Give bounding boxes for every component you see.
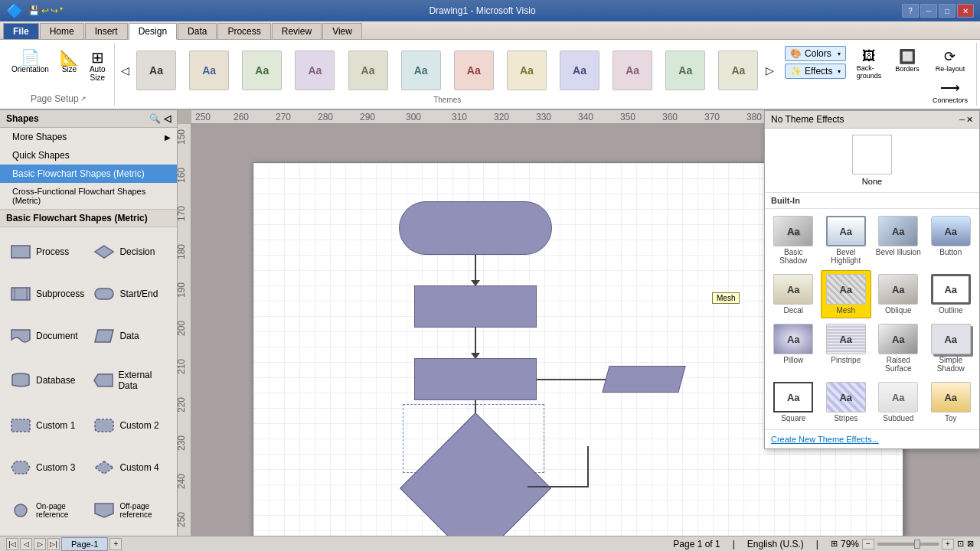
effect-item-pillow[interactable]: Aa Pillow	[768, 320, 819, 377]
effect-item-mesh[interactable]: Aa Mesh	[821, 270, 872, 318]
colors-button[interactable]: 🎨 Colors ▾	[785, 46, 846, 61]
effect-item-button[interactable]: Aa Button	[926, 212, 977, 269]
zoom-thumb[interactable]	[914, 540, 920, 549]
shape-process-2[interactable]	[414, 358, 537, 400]
theme-item-3[interactable]: Aa	[289, 48, 341, 93]
help-button[interactable]: ?	[902, 4, 919, 18]
theme-item-0[interactable]: Aa	[131, 48, 182, 93]
tab-process[interactable]: Process	[217, 23, 270, 39]
shape-custom4[interactable]: Custom 4	[90, 448, 171, 488]
shape-database[interactable]: Database	[6, 357, 88, 404]
sidebar-item-quick-shapes[interactable]: Quick Shapes	[0, 146, 177, 165]
shape-start-end[interactable]: Start/End	[90, 274, 171, 315]
decision-icon	[93, 244, 115, 259]
sidebar-item-more-shapes[interactable]: More Shapes ▶	[0, 128, 177, 146]
shape-custom2[interactable]: Custom 2	[90, 406, 171, 446]
restore-button[interactable]: □	[939, 4, 956, 18]
shape-data[interactable]: Data	[90, 315, 171, 356]
page-prev-btn[interactable]: ◁	[20, 538, 32, 550]
shape-decision[interactable]: Decision	[90, 232, 171, 272]
effect-item-outline[interactable]: Aa Outline	[926, 270, 977, 318]
add-page-btn[interactable]: +	[109, 538, 122, 550]
theme-item-9[interactable]: Aa	[607, 48, 658, 93]
theme-item-8[interactable]: Aa	[554, 48, 606, 93]
effects-button[interactable]: ✨ Effects ▾	[785, 64, 846, 79]
auto-size-button[interactable]: ⊞ AutoSize	[86, 47, 109, 84]
effects-panel-close[interactable]: ✕	[966, 115, 973, 125]
zoom-in-btn[interactable]: +	[942, 539, 954, 549]
effect-item-stripes[interactable]: Aa Stripes	[821, 378, 872, 426]
theme-item-6[interactable]: Aa	[448, 48, 499, 93]
sidebar-search-icon[interactable]: 🔍	[149, 113, 161, 124]
effect-item-bevel-highlight[interactable]: Aa Bevel Highlight	[821, 212, 872, 269]
shape-side[interactable]	[602, 366, 685, 393]
theme-item-4[interactable]: Aa	[342, 48, 394, 93]
effect-item-toy[interactable]: Aa Toy	[926, 378, 977, 426]
tab-file[interactable]: File	[3, 23, 39, 39]
shape-on-page-ref[interactable]: On-pagereference	[6, 489, 88, 531]
shape-process-1[interactable]	[414, 285, 537, 328]
sidebar-collapse-icon[interactable]: ◁	[164, 113, 171, 124]
fit-page-icon[interactable]: ⊞	[831, 539, 838, 549]
theme-preview-2: Aa	[242, 51, 282, 90]
effect-item-simple-shadow[interactable]: Aa Simple Shadow	[926, 320, 977, 377]
shape-process[interactable]: Process	[6, 232, 88, 272]
page-tab[interactable]: Page-1	[61, 537, 108, 551]
sidebar-item-basic-flowchart[interactable]: Basic Flowchart Shapes (Metric)	[0, 165, 177, 183]
theme-item-10[interactable]: Aa	[660, 48, 711, 93]
minimize-button[interactable]: ─	[920, 4, 937, 18]
none-item[interactable]: None	[765, 129, 979, 193]
effect-item-bevel-illusion[interactable]: Aa Bevel Illusion	[873, 212, 924, 269]
sidebar-item-cross-functional[interactable]: Cross-Functional Flowchart Shapes (Metri…	[0, 183, 177, 209]
theme-item-7[interactable]: Aa	[501, 48, 552, 93]
shape-terminal-top[interactable]	[399, 201, 552, 255]
theme-item-5[interactable]: Aa	[395, 48, 446, 93]
effects-panel-shrink[interactable]: ─	[959, 116, 965, 124]
effect-item-oblique[interactable]: Aa Oblique	[873, 270, 924, 318]
effect-item-raised-surface[interactable]: Aa Raised Surface	[873, 320, 924, 377]
shape-external-data[interactable]: External Data	[90, 357, 171, 404]
tab-home[interactable]: Home	[40, 23, 84, 39]
themes-scroll-right[interactable]: ▷	[764, 63, 776, 78]
create-new-theme-link[interactable]: Create New Theme Effects...	[765, 429, 979, 448]
zoom-slider[interactable]	[877, 543, 939, 546]
zoom-out-btn[interactable]: −	[862, 539, 874, 549]
theme-item-11[interactable]: Aa	[713, 48, 764, 93]
tab-review[interactable]: Review	[272, 23, 322, 39]
theme-item-1[interactable]: Aa	[184, 48, 235, 93]
re-layout-button[interactable]: ⟳ Re-layout	[929, 46, 972, 75]
effect-item-basic-shadow[interactable]: Aa Basic Shadow	[768, 212, 819, 269]
page-next-btn[interactable]: ▷	[34, 538, 46, 550]
effects-icon: ✨	[790, 66, 802, 77]
effect-item-pinstripe[interactable]: Aa Pinstripe	[821, 320, 872, 377]
zoom-full-icon[interactable]: ⊠	[967, 539, 974, 549]
svg-marker-15	[95, 504, 113, 517]
close-button[interactable]: ✕	[957, 4, 974, 18]
borders-button[interactable]: 🔲 Borders	[890, 46, 924, 75]
expand-icon[interactable]: ↗	[80, 95, 87, 103]
orientation-button[interactable]: 📄 Orientation	[8, 47, 53, 76]
size-button[interactable]: 📐 Size	[56, 47, 83, 76]
page-first-btn[interactable]: |◁	[6, 538, 18, 550]
shape-custom3[interactable]: Custom 3	[6, 448, 88, 488]
connectors-button[interactable]: ⟶ Connectors	[929, 77, 972, 106]
theme-item-2[interactable]: Aa	[237, 48, 288, 93]
tab-view[interactable]: View	[322, 23, 362, 39]
shape-document[interactable]: Document	[6, 315, 88, 356]
shape-subprocess[interactable]: Subprocess	[6, 274, 88, 315]
fit-width-icon[interactable]: ⊡	[957, 539, 964, 549]
themes-scroll-left[interactable]: ◁	[119, 63, 131, 78]
redo-icon[interactable]: ↪	[51, 5, 58, 16]
shape-custom1[interactable]: Custom 1	[6, 406, 88, 446]
undo-icon[interactable]: ↩	[41, 5, 49, 16]
page-last-btn[interactable]: ▷|	[47, 538, 60, 550]
tab-insert[interactable]: Insert	[85, 23, 128, 39]
save-icon[interactable]: 💾	[28, 5, 40, 16]
effect-item-decal[interactable]: Aa Decal	[768, 270, 819, 318]
effect-item-square[interactable]: Aa Square	[768, 378, 819, 426]
tab-design[interactable]: Design	[129, 23, 177, 40]
shape-off-page-ref[interactable]: Off-pagereference	[90, 489, 171, 531]
effect-item-subdued[interactable]: Aa Subdued	[873, 378, 924, 426]
backgrounds-button[interactable]: 🖼 Back-grounds	[852, 46, 886, 82]
tab-data[interactable]: Data	[178, 23, 217, 39]
